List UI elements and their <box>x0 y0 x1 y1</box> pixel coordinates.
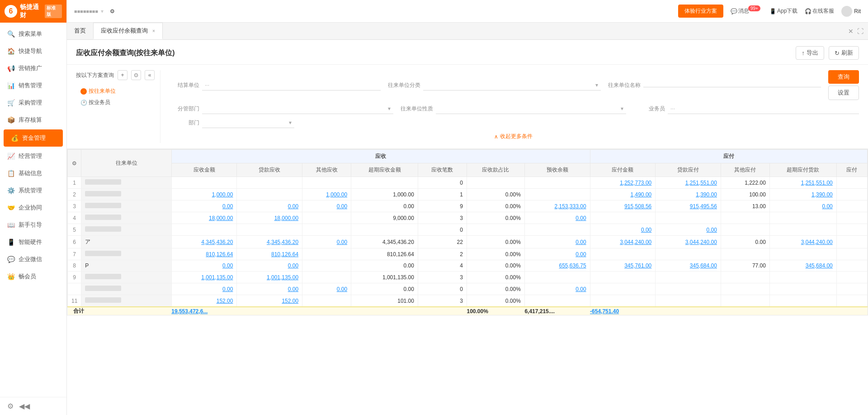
collapse-up-icon: ∧ <box>494 134 498 140</box>
purchase-icon: 🛒 <box>7 99 15 106</box>
salesperson-input[interactable]: ··· <box>668 104 859 114</box>
msg-badge: 99+ <box>748 5 760 11</box>
department-input[interactable]: ▾ <box>202 118 294 128</box>
filter-field-department: 部门 ▾ <box>168 118 294 128</box>
filter-row-3: 部门 ▾ <box>168 118 859 128</box>
sidebar-item-smarthw[interactable]: 📱 智能硬件 <box>0 234 66 251</box>
partner-nature-arrow: ▾ <box>621 105 623 112</box>
search-menu-icon: 🔍 <box>7 30 15 38</box>
scheme-settings-icon[interactable]: ⊙ <box>131 70 141 80</box>
breadcrumb-sep: ▾ <box>101 8 104 14</box>
table-row: 7810,126.64810,126.64810,126.6420.00%0.0… <box>68 248 868 260</box>
filter-field-settlement: 结算单位 ··· <box>168 80 381 91</box>
topbar: ■■■■■■■■ ▾ ⚙ 体验行业方案 💬 消息 99+ 📱 App下载 🎧 在… <box>67 0 868 23</box>
filter-fields: 结算单位 ··· 往来单位分类 ▾ <box>168 70 859 143</box>
table-row: 21,000.001,000.001,000.0010.00%1,490.001… <box>68 189 868 200</box>
col-payable-group: 应付 <box>590 150 867 163</box>
sidebar-item-label: 新手引导 <box>19 221 42 229</box>
col-settings[interactable]: ⚙ <box>68 150 81 177</box>
cooperation-icon: 🤝 <box>7 204 15 211</box>
data-table: ⚙ 往来单位 应收 应付 应收金额 贷款应收 其他应收 超期应收金额 <box>67 149 868 315</box>
sidebar-item-cooperation[interactable]: 🤝 企业协同 <box>0 199 66 216</box>
sidebar-item-label: 企业协同 <box>19 204 42 212</box>
sidebar-item-finance[interactable]: 💰 资金管理 <box>4 129 63 147</box>
tab-home[interactable]: 首页 <box>67 23 93 39</box>
tab-receivable-label: 应收应付余额查询 <box>101 27 148 34</box>
logo-icon: 6 <box>5 5 17 18</box>
col-overdue-recv: 超期应收金额 <box>351 163 418 177</box>
sidebar-item-member[interactable]: 👑 畅会员 <box>0 268 66 285</box>
set-button[interactable]: 设置 <box>828 86 859 100</box>
add-scheme-button[interactable]: + <box>118 70 127 80</box>
col-other-recv: 其他应收 <box>302 163 351 177</box>
table-wrapper[interactable]: ⚙ 往来单位 应收 应付 应收金额 贷款应收 其他应收 超期应收金额 <box>67 149 868 315</box>
col-prepay: 预收余额 <box>524 163 590 177</box>
salesperson-dots: ··· <box>670 105 675 112</box>
sidebar-item-label: 企业微信 <box>19 255 42 263</box>
sidebar-item-search[interactable]: 🔍 搜索菜单 <box>0 25 66 43</box>
tab-close-window-icon[interactable]: ✕ <box>848 28 854 35</box>
collapse-filter-button[interactable]: ∧ 收起更多条件 <box>168 130 859 143</box>
service-icon: 🎧 <box>805 8 811 14</box>
export-button[interactable]: ↑ 导出 <box>796 46 824 60</box>
scheme-item-salesperson[interactable]: 🕐 按业务员 <box>76 97 155 108</box>
footer-prepay: 6,417,215.... <box>524 307 590 315</box>
sidebar-item-wechat[interactable]: 💬 企业微信 <box>0 251 66 268</box>
footer-total-recv: 19,553,472,6... <box>171 307 237 315</box>
breadcrumb-text: ■■■■■■■■ <box>74 9 98 14</box>
tab-receivable[interactable]: 应收应付余额查询 × <box>93 23 163 39</box>
settings-icon[interactable]: ⚙ <box>7 402 14 410</box>
page-inner: 应收应付余额查询(按往来单位) ↑ 导出 ↻ 刷新 <box>67 40 868 415</box>
filter-controls: 按以下方案查询 + ⊙ « <box>76 70 155 80</box>
sidebar-item-operations[interactable]: 📈 经营管理 <box>0 148 66 165</box>
export-icon: ↑ <box>802 50 805 57</box>
collapse-sidebar-icon[interactable]: ◀◀ <box>19 402 30 410</box>
topbar-messages[interactable]: 💬 消息 99+ <box>731 7 762 15</box>
solution-button[interactable]: 体验行业方案 <box>678 5 723 18</box>
tab-maximize-icon[interactable]: ⛶ <box>857 28 863 35</box>
filter-scheme-label: 按以下方案查询 <box>76 72 114 79</box>
topbar-app-download[interactable]: 📱 App下载 <box>769 7 797 15</box>
sidebar-item-label: 智能硬件 <box>19 238 42 246</box>
sidebar-item-label: 库存核算 <box>19 116 42 124</box>
sidebar-item-system[interactable]: ⚙️ 系统管理 <box>0 182 66 199</box>
partner-nature-input[interactable]: ▾ <box>436 104 626 114</box>
sidebar-item-quicknav[interactable]: 🏠 快捷导航 <box>0 43 66 60</box>
sidebar-item-label: 基础信息 <box>19 169 42 177</box>
division-arrow: ▾ <box>388 105 391 112</box>
sidebar-item-purchase[interactable]: 🛒 采购管理 <box>0 94 66 111</box>
partner-nature-label: 往来单位性质 <box>401 105 433 113</box>
sidebar-item-sales[interactable]: 📊 销售管理 <box>0 77 66 94</box>
topbar-user[interactable]: Rit <box>841 6 861 17</box>
footer-recv-ratio: 100.00% <box>467 307 524 315</box>
app-label: App下载 <box>777 7 797 15</box>
col-settings-icon: ⚙ <box>72 160 77 167</box>
sidebar-item-basicinfo[interactable]: 📋 基础信息 <box>0 165 66 182</box>
basicinfo-icon: 📋 <box>7 170 15 177</box>
refresh-button[interactable]: ↻ 刷新 <box>829 46 859 60</box>
sidebar-item-label: 搜索菜单 <box>19 30 42 38</box>
sidebar-item-guide[interactable]: 📖 新手引导 <box>0 216 66 234</box>
sidebar-item-marketing[interactable]: 📢 营销推广 <box>0 60 66 77</box>
footer-loan-recv <box>237 307 302 315</box>
gear-icon[interactable]: ⚙ <box>110 8 115 14</box>
footer-pay-extra <box>836 307 867 315</box>
sidebar-item-label: 畅会员 <box>19 272 36 281</box>
wechat-icon: 💬 <box>7 256 15 263</box>
division-input[interactable]: ▾ <box>202 104 393 114</box>
scheme-item-partner[interactable]: 🔸 按往来单位 <box>76 86 155 97</box>
tabs-right: ✕ ⛶ <box>848 28 868 35</box>
partner-name-input[interactable] <box>643 83 821 87</box>
sidebar-item-inventory[interactable]: 📦 库存核算 <box>0 111 66 129</box>
department-label: 部门 <box>168 119 199 127</box>
table-footer-row: 合计 19,553,472,6... 100.00% 6,417,215....… <box>68 307 868 315</box>
scheme-collapse-icon[interactable]: « <box>145 70 155 80</box>
finance-icon: 💰 <box>11 134 19 142</box>
filter-area: 按以下方案查询 + ⊙ « 🔸 按往来单位 🕐 按业务员 <box>67 65 868 149</box>
query-button[interactable]: 查询 <box>828 70 859 84</box>
smarthw-icon: 📱 <box>7 239 15 246</box>
tab-close-icon[interactable]: × <box>152 28 155 33</box>
topbar-online-service[interactable]: 🎧 在线客服 <box>805 7 834 15</box>
partner-category-input[interactable]: ▾ <box>423 80 601 91</box>
settlement-input[interactable]: ··· <box>202 80 381 91</box>
